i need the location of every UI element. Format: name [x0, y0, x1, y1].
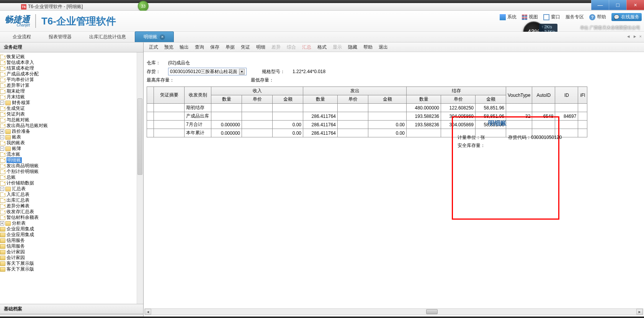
- tree-item[interactable]: 发出商品明细账: [7, 163, 39, 169]
- tree-item[interactable]: 月末结账: [7, 94, 25, 100]
- tb-formal[interactable]: 正式: [146, 44, 161, 51]
- table-row[interactable]: 产成品出库286.411764193.588236304.00586958,85…: [147, 112, 587, 121]
- tabs-close-all[interactable]: ×: [639, 34, 642, 39]
- left-panel-footer[interactable]: 基础档案: [0, 304, 143, 314]
- tab-enterprise-flow[interactable]: 企业流程: [4, 31, 40, 42]
- left-panel-header[interactable]: 业务处理: [0, 42, 143, 52]
- th-id[interactable]: ID: [555, 87, 578, 104]
- collapse-icon[interactable]: −: [0, 135, 4, 139]
- th-out-amt[interactable]: 金额: [368, 95, 407, 104]
- tree-item[interactable]: 会计家园: [7, 255, 25, 261]
- chevron-down-icon[interactable]: ▼: [239, 69, 245, 75]
- expand-icon[interactable]: +: [0, 221, 4, 225]
- th-in-amt[interactable]: 金额: [273, 95, 303, 104]
- tree-item[interactable]: 个别计价明细账: [7, 169, 39, 174]
- tree-item[interactable]: 发出商品与总账对账: [7, 123, 48, 129]
- tree-item[interactable]: 平均单价计算: [7, 77, 34, 83]
- tb-exit[interactable]: 退出: [376, 44, 391, 51]
- th-balance[interactable]: 结存: [407, 87, 506, 95]
- tree-item[interactable]: 流水账: [7, 152, 20, 157]
- close-button[interactable]: ×: [626, 0, 644, 10]
- tb-save[interactable]: 保存: [207, 44, 222, 51]
- menu-help[interactable]: ?帮助: [589, 14, 606, 20]
- th-in-qty[interactable]: 数量: [211, 95, 242, 104]
- tree-item[interactable]: 企业应用集成: [7, 232, 34, 238]
- tree-item[interactable]: 恢复记账: [7, 54, 25, 60]
- th-category[interactable]: 收发类别: [185, 87, 211, 104]
- menu-online-service[interactable]: 💬在线服务: [611, 13, 642, 21]
- green-badge[interactable]: 33: [138, 1, 149, 11]
- tree-item[interactable]: 与总账对账: [7, 117, 29, 123]
- tree-group[interactable]: 客天下展示版: [7, 261, 34, 266]
- tree-group[interactable]: 账表: [12, 134, 21, 140]
- tree-group[interactable]: 信用服务: [7, 238, 25, 243]
- th-bal-amt[interactable]: 金额: [476, 95, 506, 104]
- table-row[interactable]: 7月合计0.0000000.00286.4117640.00193.588236…: [147, 121, 587, 129]
- tree-item[interactable]: 收发存汇总表: [7, 209, 34, 215]
- th-blank[interactable]: [147, 87, 154, 104]
- tree-item[interactable]: 生成凭证: [7, 106, 25, 111]
- tree-item[interactable]: 计价辅助数据: [7, 180, 34, 186]
- menu-window[interactable]: 窗口: [543, 14, 560, 20]
- tree-group[interactable]: 跌价准备: [12, 129, 30, 134]
- tree-item[interactable]: 期末处理: [7, 88, 25, 94]
- tab-outbound-summary[interactable]: 出库汇总统计信息: [80, 31, 135, 42]
- collapse-icon[interactable]: −: [0, 101, 4, 105]
- tree-item[interactable]: 信用服务: [7, 243, 25, 249]
- th-bal-qty[interactable]: 数量: [407, 95, 441, 104]
- scroll-left-icon[interactable]: ◄: [145, 309, 151, 315]
- tb-detail[interactable]: 明细: [253, 44, 268, 51]
- tree-item[interactable]: 差异分摊表: [7, 203, 29, 209]
- tree-group[interactable]: 财务核算: [12, 100, 30, 106]
- tb-hide[interactable]: 隐藏: [345, 44, 360, 51]
- tabs-next[interactable]: ►: [633, 34, 637, 39]
- tree-group[interactable]: 分析表: [12, 220, 26, 226]
- tb-cert[interactable]: 凭证: [238, 44, 253, 51]
- tree-item[interactable]: 差异率计算: [7, 83, 29, 88]
- scroll-right-icon[interactable]: ►: [636, 309, 643, 315]
- tree-view[interactable]: 恢复记账 暂估成本录入 结算成本处理 产成品成本分配 平均单价计算 差异率计算 …: [0, 52, 143, 304]
- tree-group[interactable]: 企业应用集成: [7, 226, 34, 232]
- th-bal-price[interactable]: 单价: [441, 95, 476, 104]
- menu-system[interactable]: 系统: [500, 14, 517, 20]
- collapse-icon[interactable]: −: [0, 147, 4, 151]
- maximize-button[interactable]: □: [609, 0, 626, 10]
- tree-item[interactable]: 出库汇总表: [7, 197, 29, 203]
- tb-voucher[interactable]: 单据: [222, 44, 238, 51]
- tb-output[interactable]: 输出: [177, 44, 192, 51]
- scrollbar-thumb[interactable]: [426, 309, 438, 314]
- th-income[interactable]: 收入: [211, 87, 303, 95]
- tree-item[interactable]: 结算成本处理: [7, 65, 34, 71]
- horizontal-scrollbar[interactable]: ◄ ►: [144, 308, 643, 315]
- tree-item[interactable]: 暂估成本录入: [7, 60, 34, 65]
- menu-service[interactable]: 服务专区: [566, 14, 584, 20]
- tree-item[interactable]: 客天下展示版: [7, 266, 34, 272]
- vertical-scrollbar[interactable]: [137, 52, 143, 304]
- tb-preview[interactable]: 预览: [161, 44, 177, 51]
- tree-item[interactable]: 产成品成本分配: [7, 71, 39, 77]
- th-in-price[interactable]: 单价: [242, 95, 273, 104]
- tree-item[interactable]: 凭证列表: [7, 111, 25, 117]
- scrollbar-thumb[interactable]: [137, 98, 142, 175]
- th-out-qty[interactable]: 数量: [303, 95, 338, 104]
- tree-item-selected[interactable]: 明细账: [7, 157, 22, 163]
- tree-item[interactable]: 我的账表: [7, 140, 25, 146]
- tb-query[interactable]: 查询: [192, 44, 207, 51]
- data-grid[interactable]: 凭证摘要 收发类别 收入 发出 结存 VouchType AutoID ID i…: [147, 86, 587, 137]
- th-out-price[interactable]: 单价: [338, 95, 368, 104]
- tree-item[interactable]: 总账: [7, 174, 16, 180]
- th-outgoing[interactable]: 发出: [303, 87, 407, 95]
- th-ifl[interactable]: iFl: [578, 87, 587, 104]
- collapse-icon[interactable]: −: [0, 187, 4, 191]
- th-summary[interactable]: 凭证摘要: [154, 87, 185, 104]
- tree-group[interactable]: 账簿: [12, 146, 21, 152]
- tb-format[interactable]: 格式: [314, 44, 330, 51]
- tree-item[interactable]: 暂估材料余额表: [7, 215, 39, 220]
- stock-select[interactable]: 030301050120三胺基材山桂花面▼: [168, 68, 247, 75]
- tabs-prev[interactable]: ◄: [626, 34, 631, 39]
- tab-report-manager[interactable]: 报表管理器: [40, 31, 80, 42]
- menu-view[interactable]: 视图: [522, 14, 538, 20]
- th-autoid[interactable]: AutoID: [532, 87, 555, 104]
- tab-detail-ledger[interactable]: 明细账×: [135, 31, 174, 42]
- minimize-button[interactable]: —: [591, 0, 609, 10]
